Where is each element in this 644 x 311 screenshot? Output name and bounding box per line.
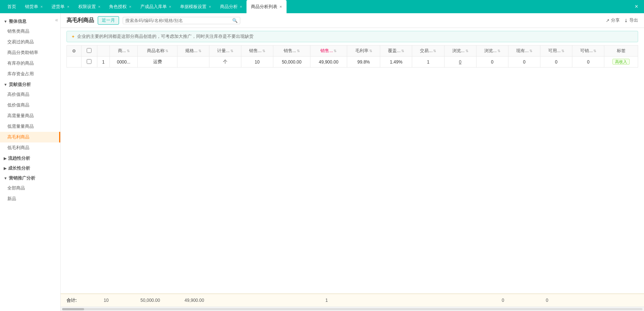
sidebar-item-all-goods[interactable]: 全部商品	[0, 183, 60, 194]
table-row: 1 0000... 运费 个 10 50,000.00 49,900.00 99…	[67, 57, 638, 68]
sidebar-group-trend-analysis[interactable]: ▶ 流趋性分析	[0, 153, 60, 163]
row-sales-amount: 50,000.00	[273, 57, 310, 68]
col-browse1[interactable]: 浏览...⇅	[444, 46, 476, 57]
arrow-icon: ▼	[4, 19, 7, 23]
footer-available-stock: 0	[532, 298, 562, 303]
row-sales-cost: 49,900.00	[310, 57, 347, 68]
close-product-entry-tab[interactable]: ×	[169, 4, 171, 9]
col-trade-count[interactable]: 交易...⇅	[412, 46, 444, 57]
col-saleable-stock[interactable]: 可销...⇅	[572, 46, 604, 57]
tab-product-entry[interactable]: 产成品入库单 ×	[136, 0, 176, 13]
row-settings	[67, 57, 82, 68]
sidebar-group-overall-info[interactable]: ▼ 整体信息	[0, 16, 60, 26]
search-input-wrap: 🔍	[123, 17, 240, 24]
tab-template-settings[interactable]: 单据模板设置 ×	[176, 0, 215, 13]
main-layout: « ▼ 整体信息 销售类商品 交易过的商品 商品分类助销率 有库存的商品 库存资…	[0, 13, 644, 311]
sidebar-item-high-margin[interactable]: 高毛利商品	[0, 132, 60, 142]
col-unit[interactable]: 计量...⇅	[209, 46, 241, 57]
col-current-stock[interactable]: 现有...⇅	[508, 46, 540, 57]
close-product-analysis-tab[interactable]: ×	[240, 4, 242, 9]
sidebar-item-high-demand[interactable]: 高需量量商品	[0, 111, 60, 121]
footer-label: 合计:	[66, 297, 77, 304]
close-product-analysis-list-tab[interactable]: ×	[280, 4, 282, 9]
col-code[interactable]: 商...⇅	[109, 46, 138, 57]
row-checkbox	[82, 57, 97, 68]
scrollbar-thumb[interactable]	[62, 308, 84, 310]
col-sales-qty[interactable]: 销售...⇅	[241, 46, 273, 57]
row-browse1[interactable]: 0	[444, 57, 476, 68]
sidebar-collapse-button[interactable]: «	[55, 17, 58, 23]
tab-purchase[interactable]: 进货单 ×	[47, 0, 73, 13]
col-browse2[interactable]: 浏览...⇅	[476, 46, 508, 57]
close-template-settings-tab[interactable]: ×	[209, 4, 211, 9]
share-button[interactable]: ↗ 分享	[606, 17, 620, 23]
row-current-stock: 0	[508, 57, 540, 68]
row-code: 0000...	[109, 57, 138, 68]
scrollbar-track	[62, 308, 643, 310]
col-sales-amount[interactable]: 销售...⇅	[273, 46, 310, 57]
sidebar-group-marketing-analysis[interactable]: ▼ 营销推广分析	[0, 173, 60, 183]
sidebar-group-wealth-analysis[interactable]: ▼ 贡献值分析	[0, 79, 60, 89]
row-saleable-stock: 0	[572, 57, 604, 68]
select-all-checkbox[interactable]	[87, 48, 91, 53]
export-button[interactable]: ⤓ 导出	[624, 17, 638, 23]
sidebar-item-new-goods[interactable]: 新品	[0, 194, 60, 204]
sidebar-group-growth-analysis[interactable]: ▶ 成长性分析	[0, 163, 60, 173]
tab-role-permission[interactable]: 角色授权 ×	[105, 0, 136, 13]
close-sales-tab[interactable]: ×	[40, 4, 43, 9]
sidebar-item-low-demand[interactable]: 低需量量商品	[0, 121, 60, 132]
row-select-checkbox[interactable]	[87, 59, 91, 64]
close-purchase-tab[interactable]: ×	[67, 4, 69, 9]
tab-sales[interactable]: 销货单 ×	[21, 0, 47, 13]
sidebar-item-traded-goods[interactable]: 交易过的商品	[0, 37, 60, 47]
horizontal-scrollbar[interactable]	[61, 307, 644, 311]
sidebar-item-sales-goods[interactable]: 销售类商品	[0, 26, 60, 37]
row-trade-count: 1	[412, 57, 444, 68]
header-actions: ↗ 分享 ⤓ 导出	[606, 17, 638, 23]
arrow-icon: ▼	[4, 176, 7, 180]
arrow-icon: ▼	[4, 83, 7, 87]
col-gross-margin[interactable]: 毛利率⇅	[347, 46, 380, 57]
data-table: ⚙ 商...⇅ 商品名称⇅ 规格...⇅ 计量...⇅ 销售...⇅ 销售...…	[66, 45, 638, 68]
tab-permission-settings[interactable]: 权限设置 ×	[74, 0, 105, 13]
search-icon[interactable]: 🔍	[232, 18, 238, 23]
tab-home[interactable]: 首页	[3, 0, 21, 13]
filter-recent-month-button[interactable]: 近一月	[98, 16, 119, 25]
col-sales-cost[interactable]: 销售...⇅	[310, 46, 347, 57]
tag-badge: 高收入	[612, 59, 630, 65]
row-tag: 高收入	[604, 57, 638, 68]
sidebar-item-goods-conversion[interactable]: 商品分类助销率	[0, 47, 60, 58]
row-spec	[177, 57, 209, 68]
table-header-row: ⚙ 商...⇅ 商品名称⇅ 规格...⇅ 计量...⇅ 销售...⇅ 销售...…	[67, 46, 638, 57]
col-available-stock[interactable]: 可用...⇅	[540, 46, 572, 57]
row-sales-qty: 10	[241, 57, 273, 68]
row-coverage: 1.49%	[380, 57, 412, 68]
arrow-collapsed-icon: ▶	[4, 166, 7, 170]
window-close-button[interactable]: ×	[632, 3, 641, 10]
sidebar-item-low-value[interactable]: 低价值商品	[0, 100, 60, 111]
footer-sales-amount: 50,000.00	[136, 298, 165, 303]
close-permission-settings-tab[interactable]: ×	[98, 4, 100, 9]
browse1-link[interactable]: 0	[459, 59, 461, 65]
col-name[interactable]: 商品名称⇅	[138, 46, 177, 57]
col-checkbox	[82, 46, 97, 57]
share-icon: ↗	[606, 18, 609, 23]
content-area: 高毛利商品 近一月 🔍 ↗ 分享 ⤓ 导出 ✦ 企业的主要的利润都是这部分商品创…	[61, 13, 644, 311]
footer-sales-cost: 49,900.00	[180, 298, 209, 303]
tab-product-analysis-list[interactable]: 商品分析列表 ×	[247, 0, 286, 13]
row-unit: 个	[209, 57, 241, 68]
sidebar-item-inventory-occupy[interactable]: 库存资金占用	[0, 69, 60, 79]
page-title: 高毛利商品	[66, 17, 94, 24]
close-role-permission-tab[interactable]: ×	[129, 4, 131, 9]
content-header: 高毛利商品 近一月 🔍 ↗ 分享 ⤓ 导出	[61, 13, 644, 28]
row-seq: 1	[97, 57, 109, 68]
sidebar-item-inventory-goods[interactable]: 有库存的商品	[0, 58, 60, 69]
sidebar-item-high-value[interactable]: 高价值商品	[0, 89, 60, 100]
col-spec[interactable]: 规格...⇅	[177, 46, 209, 57]
search-input[interactable]	[125, 18, 231, 23]
sidebar-item-low-margin[interactable]: 低毛利商品	[0, 142, 60, 153]
col-settings[interactable]: ⚙	[67, 46, 82, 57]
table-container[interactable]: ⚙ 商...⇅ 商品名称⇅ 规格...⇅ 计量...⇅ 销售...⇅ 销售...…	[61, 45, 644, 293]
col-coverage[interactable]: 覆盖...⇅	[380, 46, 412, 57]
tab-product-analysis[interactable]: 商品分析 ×	[216, 0, 247, 13]
